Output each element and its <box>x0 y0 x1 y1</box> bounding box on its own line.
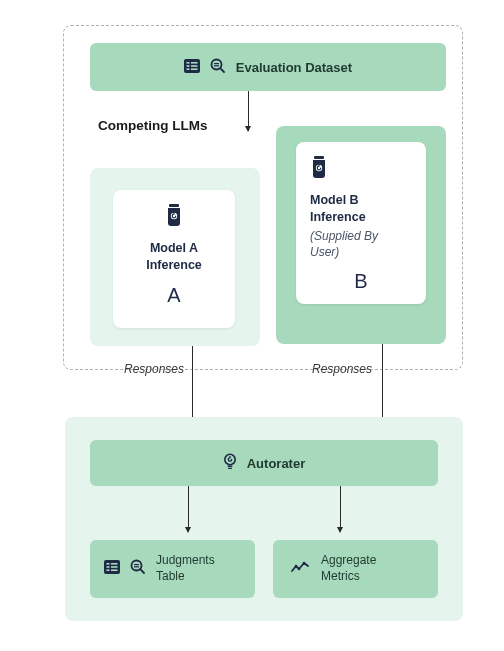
responses-b-label: Responses <box>312 362 372 376</box>
autorater-label: Autorater <box>247 456 306 471</box>
svg-rect-2 <box>191 62 198 64</box>
aggregate-metrics-label: Aggregate Metrics <box>321 553 376 584</box>
model-a-card: Model A Inference A <box>113 190 235 328</box>
model-b-letter: B <box>310 270 412 293</box>
svg-point-32 <box>303 561 306 564</box>
svg-rect-20 <box>107 563 110 565</box>
svg-line-8 <box>220 68 224 72</box>
bulb-icon <box>223 453 237 474</box>
list-icon <box>184 59 200 76</box>
svg-rect-21 <box>111 563 118 565</box>
competing-llms-label: Competing LLMs <box>98 118 208 133</box>
svg-rect-22 <box>107 566 110 568</box>
model-b-title: Model B Inference <box>310 192 412 226</box>
svg-rect-4 <box>191 65 198 67</box>
evaluation-dataset-box: Evaluation Dataset <box>90 43 446 91</box>
svg-line-27 <box>140 569 144 573</box>
arrow-autorater-to-aggregate <box>340 486 341 532</box>
svg-rect-16 <box>227 465 232 466</box>
search-data-icon <box>210 58 226 77</box>
evaluation-dataset-label: Evaluation Dataset <box>236 60 352 75</box>
autorater-box: Autorater <box>90 440 438 486</box>
svg-rect-5 <box>186 68 189 70</box>
svg-rect-28 <box>134 564 139 565</box>
svg-point-30 <box>295 564 298 567</box>
svg-rect-9 <box>214 63 219 64</box>
svg-rect-3 <box>186 65 189 67</box>
model-b-jar-icon <box>310 156 328 182</box>
judgments-table-label: Judgments Table <box>156 553 215 584</box>
trend-icon <box>291 560 309 579</box>
arrow-autorater-to-judgments <box>188 486 189 532</box>
svg-rect-6 <box>191 68 198 70</box>
svg-point-31 <box>298 567 301 570</box>
model-a-jar-icon <box>165 204 183 230</box>
model-b-subtitle: (Supplied By User) <box>310 228 412 260</box>
svg-rect-24 <box>107 569 110 571</box>
search-data-icon <box>130 559 146 580</box>
svg-rect-25 <box>111 569 118 571</box>
svg-rect-17 <box>228 467 232 468</box>
arrow-fanout-connector <box>188 486 341 488</box>
svg-rect-10 <box>214 65 219 66</box>
model-b-card: Model B Inference (Supplied By User) B <box>296 142 426 304</box>
model-a-title: Model A Inference <box>113 240 235 274</box>
svg-rect-1 <box>186 62 189 64</box>
responses-a-label: Responses <box>124 362 184 376</box>
svg-rect-23 <box>111 566 118 568</box>
svg-rect-29 <box>134 566 139 567</box>
arrow-dataset-to-models <box>248 91 249 131</box>
svg-rect-11 <box>169 204 179 207</box>
svg-rect-13 <box>314 156 324 159</box>
list-icon <box>104 560 120 579</box>
model-a-letter: A <box>113 284 235 307</box>
judgments-table-box: Judgments Table <box>90 540 255 598</box>
aggregate-metrics-box: Aggregate Metrics <box>273 540 438 598</box>
